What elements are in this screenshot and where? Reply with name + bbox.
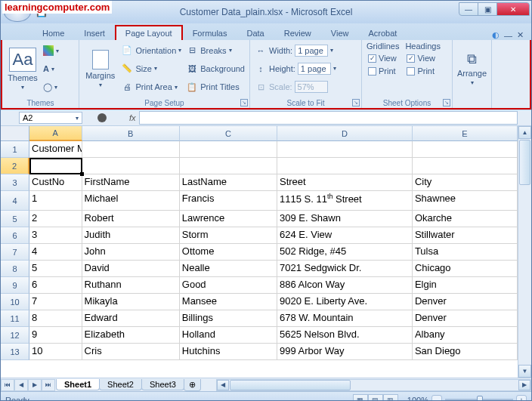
cell[interactable] (277, 158, 413, 174)
cell[interactable]: Edward (82, 310, 180, 327)
close-button[interactable]: ✕ (496, 2, 530, 16)
cell[interactable]: Customer Master List (29, 141, 82, 158)
cell[interactable]: Good (180, 277, 277, 294)
sheet-tab-sheet3[interactable]: Sheet3 (141, 379, 184, 390)
cell[interactable]: 3 (29, 227, 82, 244)
row-header-2[interactable]: 2 (1, 158, 29, 174)
cell[interactable] (82, 141, 180, 158)
cell[interactable]: Nealle (180, 261, 277, 277)
cell[interactable]: Billings (180, 310, 277, 327)
column-header-E[interactable]: E (413, 126, 518, 141)
cell[interactable]: CustNo (29, 174, 82, 191)
scroll-right-icon[interactable]: ▶ (518, 380, 530, 390)
cell[interactable]: Mansee (180, 294, 277, 310)
doc-close-icon[interactable]: ✕ (517, 30, 524, 40)
cell[interactable]: 1115 S. 11th Street (277, 191, 413, 211)
cell[interactable]: John (82, 244, 180, 261)
cell[interactable]: 2 (29, 211, 82, 227)
vertical-scrollbar[interactable]: ▲ ▼ (518, 126, 531, 378)
scroll-thumb-vertical[interactable] (519, 140, 530, 185)
theme-effects-button[interactable]: ◯▾ (42, 82, 60, 93)
cell[interactable]: Chicago (413, 261, 518, 277)
tab-view[interactable]: View (321, 26, 359, 40)
theme-colors-button[interactable]: ▾ (42, 45, 60, 57)
print-area-button[interactable]: 🖨Print Area ▾ (119, 80, 183, 94)
cell[interactable]: 999 Arbor Way (277, 344, 413, 360)
row-header-12[interactable]: 12 (1, 327, 29, 344)
cell[interactable]: Hutchins (180, 344, 277, 360)
cell[interactable]: Tulsa (413, 244, 518, 261)
row-header-6[interactable]: 6 (1, 227, 29, 244)
row-header-4[interactable]: 4 (1, 191, 29, 211)
headings-print-checkbox[interactable]: Print (405, 66, 440, 76)
row-header-11[interactable]: 11 (1, 310, 29, 327)
normal-view-icon[interactable]: ▦ (353, 394, 368, 402)
cell[interactable] (82, 158, 180, 174)
cell[interactable]: Okarche (413, 211, 518, 227)
cell[interactable]: 624 E. View (277, 227, 413, 244)
cell[interactable]: San Diego (413, 344, 518, 360)
row-header-3[interactable]: 3 (1, 174, 29, 191)
first-sheet-icon[interactable]: ⏮ (1, 379, 14, 391)
cell[interactable]: Francis (180, 191, 277, 211)
cell[interactable]: Ruthann (82, 277, 180, 294)
cell[interactable]: Holland (180, 327, 277, 344)
tab-acrobat[interactable]: Acrobat (358, 26, 407, 40)
zoom-level[interactable]: 100% (407, 396, 428, 402)
cell[interactable] (29, 158, 82, 174)
cell[interactable] (413, 158, 518, 174)
tab-formulas[interactable]: Formulas (183, 26, 237, 40)
cell[interactable]: 9 (29, 327, 82, 344)
cell[interactable]: 886 Alcon Way (277, 277, 413, 294)
row-header-1[interactable]: 1 (1, 141, 29, 158)
page-setup-launcher[interactable]: ↘ (240, 99, 248, 106)
cell[interactable]: 5625 Nelson Blvd. (277, 327, 413, 344)
cell[interactable]: FirstName (82, 174, 180, 191)
row-header-8[interactable]: 8 (1, 261, 29, 277)
tab-insert[interactable]: Insert (74, 26, 115, 40)
column-header-C[interactable]: C (180, 126, 277, 141)
background-button[interactable]: 🖼Background (184, 62, 246, 76)
margins-button[interactable]: Margins▾ (82, 42, 118, 96)
row-header-7[interactable]: 7 (1, 244, 29, 261)
cell[interactable]: 7021 Sedgwick Dr. (277, 261, 413, 277)
tab-home[interactable]: Home (32, 26, 74, 40)
arrange-button[interactable]: ⧉ Arrange▾ (456, 42, 488, 96)
cell[interactable]: Albany (413, 327, 518, 344)
cell[interactable] (180, 158, 277, 174)
cell[interactable]: 502 Ridge, #45 (277, 244, 413, 261)
page-break-view-icon[interactable]: ▥ (383, 394, 398, 402)
cell[interactable]: Shawnee (413, 191, 518, 211)
cell[interactable]: Stillwater (413, 227, 518, 244)
cell[interactable]: Storm (180, 227, 277, 244)
zoom-in-button[interactable]: + (516, 395, 527, 402)
cell[interactable]: 9020 E. Liberty Ave. (277, 294, 413, 310)
cell[interactable]: Elgin (413, 277, 518, 294)
scale-launcher[interactable]: ↘ (352, 99, 360, 106)
cell[interactable]: Cris (82, 344, 180, 360)
cell[interactable]: Robert (82, 211, 180, 227)
page-layout-view-icon[interactable]: ▤ (368, 394, 383, 402)
sheet-tab-sheet1[interactable]: Sheet1 (56, 379, 100, 390)
cell[interactable]: Denver (413, 294, 518, 310)
cell[interactable] (277, 141, 413, 158)
cell[interactable]: Lawrence (180, 211, 277, 227)
column-header-D[interactable]: D (277, 126, 413, 141)
gridlines-print-checkbox[interactable]: Print (367, 66, 399, 76)
cell[interactable]: City (413, 174, 518, 191)
row-header-13[interactable]: 13 (1, 344, 29, 360)
cell[interactable]: 5 (29, 261, 82, 277)
theme-fonts-button[interactable]: A▾ (42, 63, 60, 74)
cell[interactable]: Judith (82, 227, 180, 244)
width-control[interactable]: ↔Width: 1 page ▾ (253, 44, 358, 57)
cell[interactable]: Street (277, 174, 413, 191)
cell[interactable]: 6 (29, 277, 82, 294)
height-control[interactable]: ↕Height: 1 page ▾ (253, 62, 358, 76)
size-button[interactable]: 📏Size ▾ (119, 62, 183, 76)
cell[interactable]: David (82, 261, 180, 277)
cell[interactable]: 309 E. Shawn (277, 211, 413, 227)
name-box[interactable]: A2▾ (19, 112, 82, 124)
cell[interactable]: 7 (29, 294, 82, 310)
headings-view-checkbox[interactable]: ✓View (405, 53, 440, 63)
zoom-slider[interactable] (445, 399, 513, 402)
